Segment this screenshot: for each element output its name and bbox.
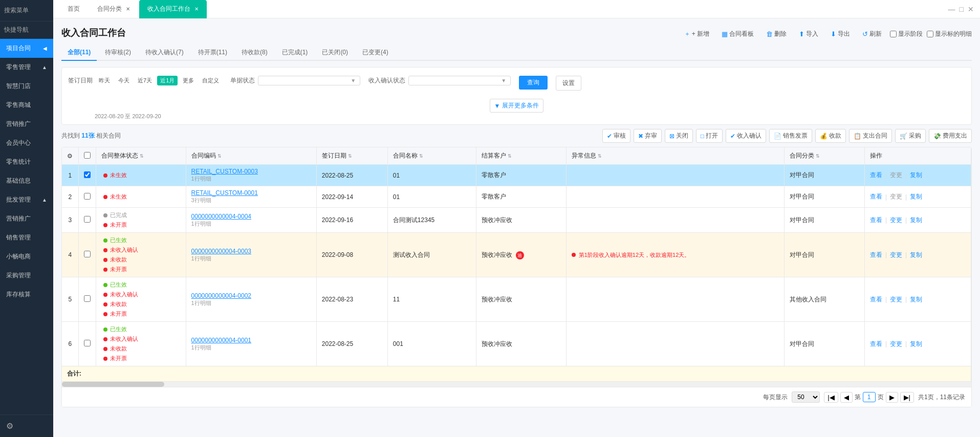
sidebar-item-retail-mall[interactable]: 零售商城 [0,96,53,115]
row2-copy-link[interactable]: 复制 [910,192,922,201]
code-sort-icon[interactable]: ⇅ [217,154,222,159]
sidebar-item-marketing2[interactable]: 营销推广 [0,209,53,228]
sidebar-item-purchase[interactable]: 采购管理 [0,266,53,285]
row6-edit-link[interactable]: 变更 [890,340,902,348]
abandon-button[interactable]: ✖ 弃审 [634,129,662,143]
date-sort-icon[interactable]: ⇅ [348,154,352,159]
row2-code-link[interactable]: RETAIL_CUSTOM-0001 [191,189,311,196]
tab-income-contract[interactable]: 收入合同工作台 ✕ [139,0,207,18]
custom-btn[interactable]: 自定义 [199,76,222,85]
sidebar-item-sales-manage[interactable]: 销售管理 [0,228,53,247]
select-all-checkbox[interactable] [84,152,91,159]
sidebar-item-project-contract[interactable]: 项目合同 ◀ [0,39,53,58]
income-confirm-select[interactable]: ▼ [408,76,511,85]
row5-view-link[interactable]: 查看 [870,295,882,304]
row4-code-link[interactable]: 0000000000004-0003 [191,248,311,255]
sidebar-item-smart-store[interactable]: 智慧门店 [0,77,53,96]
yesterday-btn[interactable]: 昨天 [96,76,113,85]
customer-sort-icon[interactable]: ⇅ [508,154,512,159]
status-tab-closed[interactable]: 已关闭(0) [316,45,354,61]
last7days-btn[interactable]: 近7天 [135,76,155,85]
add-button[interactable]: ＋ + 新增 [680,28,713,40]
status-tab-pending-confirm[interactable]: 待收入确认(7) [139,45,190,61]
last-page-btn[interactable]: ▶| [900,392,914,403]
sidebar-item-wholesale[interactable]: 批发管理 ▲ [0,190,53,209]
delete-button[interactable]: 🗑 删除 [762,28,791,40]
row4-copy-link[interactable]: 复制 [910,251,922,259]
sidebar-item-retail-stats[interactable]: 零售统计 [0,152,53,171]
more-btn[interactable]: 更多 [180,76,197,85]
settings-icon[interactable]: ⚙ [67,152,73,160]
query-button[interactable]: 查询 [519,76,548,90]
sidebar-search[interactable]: 搜索菜单 [0,0,53,21]
review-button[interactable]: ✔ 审核 [602,129,630,143]
tab-contract-category[interactable]: 合同分类 ✕ [89,0,138,18]
status-tab-pending-review[interactable]: 待审核(2) [99,45,137,61]
income-confirm-button[interactable]: ✔ 收入确认 [726,129,766,143]
doc-status-select[interactable]: ▼ [258,76,360,85]
status-tab-changed[interactable]: 已变更(4) [356,45,395,61]
sidebar-quick-nav[interactable]: 快捷导航 [0,21,53,39]
cost-out-button[interactable]: 💸 费用支出 [929,129,972,143]
tab-home[interactable]: 首页 [59,0,88,18]
close-button[interactable]: ✕ [968,5,974,13]
row3-view-link[interactable]: 查看 [870,216,882,225]
kanban-button[interactable]: ▦ 合同看板 [717,28,758,40]
expense-out-button[interactable]: 📋 支出合同 [849,129,892,143]
row2-view-link[interactable]: 查看 [870,192,882,201]
import-button[interactable]: ⬆ 导入 [795,28,822,40]
row1-copy-link[interactable]: 复制 [910,171,922,180]
row4-edit-link[interactable]: 变更 [890,251,902,259]
first-page-btn[interactable]: |◀ [824,392,838,403]
row3-code-link[interactable]: 0000000000004-0004 [191,213,311,220]
purchase-button[interactable]: 🛒 采购 [895,129,926,143]
open-button[interactable]: □ 打开 [696,129,723,143]
row6-copy-link[interactable]: 复制 [910,340,922,348]
category-sort-icon[interactable]: ⇅ [816,154,820,159]
next-page-btn[interactable]: ▶ [886,392,898,403]
row5-code-link[interactable]: 0000000000004-0002 [191,292,311,299]
row6-view-link[interactable]: 查看 [870,340,882,348]
error-sort-icon[interactable]: ⇅ [598,154,602,159]
show-segment-input[interactable] [890,31,897,37]
show-segment-checkbox[interactable]: 显示阶段 [890,30,923,38]
show-detail-checkbox[interactable]: 显示标的明细 [927,30,972,38]
row3-edit-link[interactable]: 变更 [890,216,902,225]
minimize-button[interactable]: — [948,5,955,13]
expand-more-button[interactable]: ▼ 展开更多条件 [490,99,544,113]
row5-edit-link[interactable]: 变更 [890,295,902,304]
name-sort-icon[interactable]: ⇅ [419,154,423,159]
setting-button[interactable]: 设置 [556,76,581,91]
status-tab-pending-invoice[interactable]: 待开票(11) [192,45,233,61]
sidebar-item-inventory[interactable]: 库存核算 [0,285,53,304]
last1month-btn[interactable]: 近1月 [157,76,178,85]
row1-view-link[interactable]: 查看 [870,171,882,180]
sidebar-item-retail-manage[interactable]: 零售管理 ▲ [0,58,53,77]
row4-view-link[interactable]: 查看 [870,251,882,259]
scroll-thumb[interactable] [62,382,164,387]
status-tab-all[interactable]: 全部(11) [61,45,97,61]
status-tab-pending-payment[interactable]: 待收款(8) [235,45,274,61]
export-button[interactable]: ⬇ 导出 [826,28,854,40]
maximize-button[interactable]: □ [960,5,964,13]
sales-invoice-button[interactable]: 📄 销售发票 [769,129,812,143]
refresh-button[interactable]: ↺ 刷新 [858,28,886,40]
gear-icon[interactable]: ⚙ [6,422,13,430]
collect-button[interactable]: 💰 收款 [815,129,846,143]
row6-code-link[interactable]: 0000000000004-0001 [191,337,311,344]
row3-copy-link[interactable]: 复制 [910,216,922,225]
row1-code-link[interactable]: RETAIL_CUSTOM-0003 [191,168,311,175]
sidebar-item-member[interactable]: 会员中心 [0,134,53,152]
status-sort-icon[interactable]: ⇅ [140,154,144,159]
show-detail-input[interactable] [927,31,933,37]
tab-close-income-contract[interactable]: ✕ [194,6,199,12]
horizontal-scrollbar[interactable] [62,382,971,387]
sidebar-item-ecommerce[interactable]: 小畅电商 [0,247,53,266]
today-btn[interactable]: 今天 [115,76,133,85]
per-page-select[interactable]: 50 100 200 [792,391,820,403]
row5-copy-link[interactable]: 复制 [910,295,922,304]
close-contract-button[interactable]: ⊠ 关闭 [665,129,693,143]
status-tab-completed[interactable]: 已完成(1) [276,45,314,61]
sidebar-item-basic-info[interactable]: 基础信息 [0,171,53,190]
sidebar-item-marketing[interactable]: 营销推广 [0,115,53,134]
